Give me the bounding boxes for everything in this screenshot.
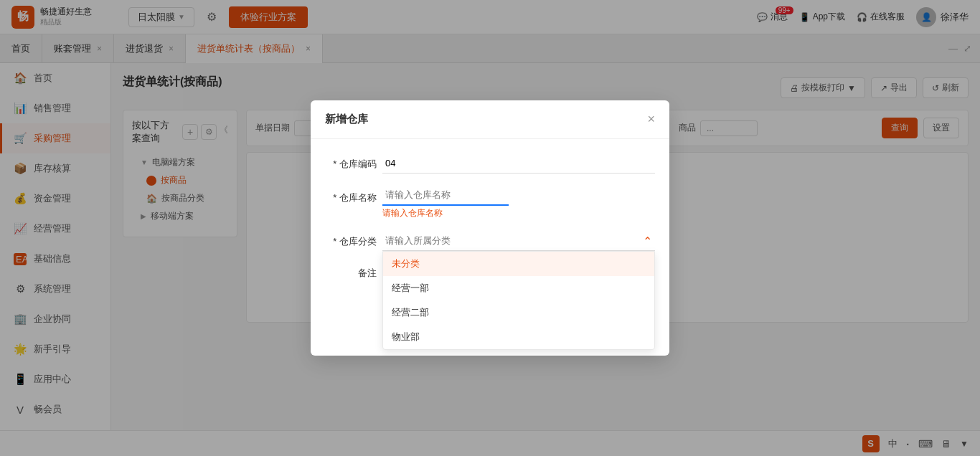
category-arrow-icon[interactable]: ⌃ bbox=[643, 234, 652, 248]
modal-overlay: 新增仓库 × * 仓库编码 * 仓库名称 请输入仓库名称 bbox=[0, 0, 980, 456]
modal-title: 新增仓库 bbox=[325, 113, 368, 126]
category-label: * 仓库分类 bbox=[325, 231, 382, 248]
dropdown-item-uncategorized[interactable]: 未分类 bbox=[383, 252, 654, 276]
warehouse-name-row: * 仓库名称 请输入仓库名称 bbox=[325, 185, 655, 219]
name-label: * 仓库名称 bbox=[325, 187, 382, 204]
warehouse-name-input[interactable] bbox=[382, 185, 509, 206]
name-error-message: 请输入仓库名称 bbox=[382, 207, 443, 219]
code-label: * 仓库编码 bbox=[325, 153, 382, 171]
modal-body: * 仓库编码 * 仓库名称 请输入仓库名称 * 仓库分类 ⌃ bbox=[311, 139, 669, 311]
category-select-wrapper: ⌃ 未分类 经营一部 经营二部 物业部 bbox=[382, 231, 655, 251]
dropdown-item-ops2[interactable]: 经营二部 bbox=[383, 300, 654, 325]
category-input[interactable] bbox=[382, 231, 655, 251]
dropdown-item-property[interactable]: 物业部 bbox=[383, 325, 654, 349]
warehouse-code-row: * 仓库编码 bbox=[325, 153, 655, 174]
remark-label: 备注 bbox=[325, 262, 382, 280]
modal-header: 新增仓库 × bbox=[311, 100, 669, 139]
category-dropdown: 未分类 经营一部 经营二部 物业部 bbox=[382, 251, 655, 350]
warehouse-category-row: * 仓库分类 ⌃ 未分类 经营一部 经营二部 物业部 bbox=[325, 231, 655, 251]
modal-close-button[interactable]: × bbox=[647, 112, 655, 127]
warehouse-code-input[interactable] bbox=[382, 153, 655, 174]
new-warehouse-modal: 新增仓库 × * 仓库编码 * 仓库名称 请输入仓库名称 bbox=[311, 100, 669, 356]
dropdown-item-ops1[interactable]: 经营一部 bbox=[383, 276, 654, 300]
